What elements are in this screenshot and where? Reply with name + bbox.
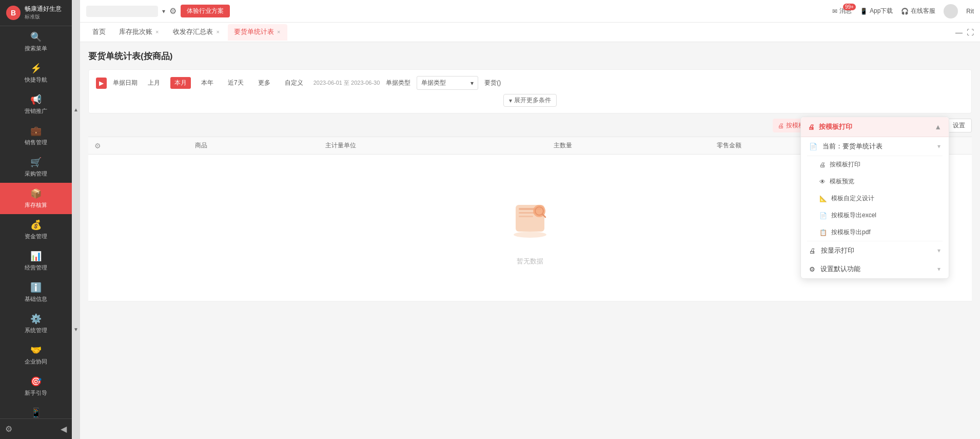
template-preview-item[interactable]: 👁 模板预览 — [801, 173, 949, 190]
app-download-link[interactable]: 📱 App下载 — [860, 7, 893, 15]
settings-btn[interactable]: 设置 — [946, 119, 972, 132]
sidebar-item-label: 营销推广 — [25, 107, 47, 115]
dropdown-close-btn[interactable]: ▲ — [934, 123, 942, 131]
tab-batch-label: 库存批次账 — [119, 27, 152, 36]
sidebar: B 畅康通好生意 标准版 🔍 搜索菜单 ⚡ 快捷导航 📢 营销推广 💼 销售管理… — [0, 0, 72, 439]
sidebar-item-operations[interactable]: 📊 经营管理 — [0, 245, 72, 277]
sidebar-item-appstore[interactable]: 📱 应用中心 — [0, 402, 72, 418]
sidebar-item-finance[interactable]: 💰 资金管理 — [0, 214, 72, 245]
message-count: 99+ — [843, 4, 856, 10]
tab-home[interactable]: 首页 — [86, 24, 112, 41]
sidebar-nav: 🔍 搜索菜单 ⚡ 快捷导航 📢 营销推广 💼 销售管理 🛒 采购管理 📦 库存核… — [0, 26, 72, 418]
app-download-label: App下载 — [870, 7, 893, 15]
tab-order-stats[interactable]: 要货单统计表 × — [228, 24, 287, 41]
order-type-label: 要货() — [484, 79, 501, 87]
export-excel-icon: 📄 — [819, 212, 827, 219]
template-design-item[interactable]: 📐 模板自定义设计 — [801, 190, 949, 207]
template-export-excel-item[interactable]: 📄 按模板导出excel — [801, 207, 949, 224]
type-select-value: 单据类型 — [421, 79, 446, 87]
svg-point-0 — [514, 232, 546, 238]
scroll-bar: ▲ ▼ — [72, 0, 80, 439]
sidebar-item-inventory[interactable]: 📦 库存核算 — [0, 183, 72, 214]
tab-batch[interactable]: 库存批次账 × — [113, 24, 166, 41]
last-7-days-btn[interactable]: 近7天 — [224, 77, 248, 89]
message-badge[interactable]: ✉ 消息 99+ — [832, 7, 852, 15]
page-content: 要货单统计表(按商品) ▶ 单据日期 上月 本月 本年 近7天 更多 自定义 2… — [80, 42, 980, 439]
sidebar-item-search[interactable]: 🔍 搜索菜单 — [0, 26, 72, 58]
avatar[interactable] — [944, 4, 958, 18]
system-icon: ⚙️ — [30, 313, 42, 325]
sidebar-item-quick-nav[interactable]: ⚡ 快捷导航 — [0, 58, 72, 89]
this-year-btn[interactable]: 本年 — [197, 77, 218, 89]
window-controls: — ⛶ — [955, 28, 974, 36]
current-template-icon: 📄 — [809, 143, 817, 150]
more-btn[interactable]: 更多 — [254, 77, 275, 89]
set-default-item[interactable]: ⚙ 设置默认功能 ▾ — [801, 260, 949, 278]
expand-more-btn[interactable]: ▾ 展开更多条件 — [503, 94, 557, 107]
tabbar: 首页 库存批次账 × 收发存汇总表 × 要货单统计表 × — ⛶ — [80, 23, 980, 42]
template-design-icon: 📐 — [819, 195, 827, 202]
set-default-label: 设置默认功能 — [820, 264, 860, 274]
sidebar-item-label: 基础信息 — [25, 295, 47, 303]
display-print-item[interactable]: 🖨 按显示打印 ▾ — [801, 241, 949, 260]
empty-text: 暂无数据 — [517, 257, 543, 266]
phone-icon: 📱 — [860, 8, 868, 15]
sidebar-item-system[interactable]: ⚙️ 系统管理 — [0, 308, 72, 339]
tab-batch-close[interactable]: × — [154, 29, 160, 35]
minimize-icon[interactable]: — — [955, 28, 963, 36]
maximize-icon[interactable]: ⛶ — [967, 28, 974, 36]
custom-btn[interactable]: 自定义 — [281, 77, 307, 89]
sidebar-item-purchase[interactable]: 🛒 采购管理 — [0, 151, 72, 183]
sidebar-item-sales[interactable]: 💼 销售管理 — [0, 120, 72, 151]
sidebar-item-newbie[interactable]: 🎯 新手引导 — [0, 371, 72, 402]
sidebar-item-label: 库存核算 — [25, 201, 47, 209]
tab-order-stats-label: 要货单统计表 — [234, 27, 274, 36]
display-print-arrow: ▾ — [937, 247, 940, 254]
quick-nav-icon: ⚡ — [30, 63, 42, 74]
gear-icon[interactable]: ⚙ — [169, 6, 177, 16]
promo-button[interactable]: 体验行业方案 — [181, 5, 230, 17]
username[interactable]: Rit — [966, 8, 974, 15]
current-template-arrow: ▾ — [937, 143, 940, 150]
appstore-icon: 📱 — [30, 407, 42, 418]
col-settings: ⚙ — [88, 137, 189, 155]
sidebar-item-collab[interactable]: 🤝 企业协同 — [0, 339, 72, 371]
col-product: 商品 — [189, 137, 319, 155]
online-service-link[interactable]: 🎧 在线客服 — [901, 7, 935, 15]
type-select[interactable]: 单据类型 ▾ — [417, 76, 478, 90]
set-default-arrow: ▾ — [937, 265, 940, 273]
col-qty: 主数量 — [547, 137, 711, 155]
tab-order-stats-close[interactable]: × — [276, 29, 281, 35]
template-print-item[interactable]: 🖨 按模板打印 — [801, 156, 949, 173]
template-export-pdf-item[interactable]: 📋 按模板导出pdf — [801, 224, 949, 241]
tab-home-label: 首页 — [92, 27, 106, 36]
sidebar-item-label: 采购管理 — [25, 170, 47, 178]
app-logo: B 畅康通好生意 标准版 — [0, 0, 72, 26]
sidebar-item-label: 新手引导 — [25, 389, 47, 397]
app-badge: 标准版 — [25, 13, 62, 21]
sidebar-item-marketing[interactable]: 📢 营销推广 — [0, 89, 72, 120]
display-print-icon: 🖨 — [809, 247, 816, 255]
set-default-icon: ⚙ — [809, 265, 815, 273]
tab-collection[interactable]: 收发存汇总表 × — [167, 24, 226, 41]
this-month-btn[interactable]: 本月 — [170, 77, 191, 89]
settings-icon[interactable]: ⚙ — [5, 424, 12, 434]
tab-collection-close[interactable]: × — [215, 29, 220, 35]
sidebar-item-basic[interactable]: ℹ️ 基础信息 — [0, 277, 72, 308]
template-preview-label: 模板预览 — [830, 177, 854, 186]
current-template-item[interactable]: 📄 当前：要货单统计表 ▾ — [801, 137, 949, 156]
main-area: ▾ ⚙ 体验行业方案 ✉ 消息 99+ 📱 App下载 🎧 在线客服 Rit 首… — [80, 0, 980, 439]
scroll-up-btn[interactable]: ▲ — [72, 0, 80, 220]
topbar-actions: ✉ 消息 99+ 📱 App下载 🎧 在线客服 Rit — [832, 4, 974, 18]
filter-expand-icon[interactable]: ▶ — [96, 78, 107, 89]
last-month-btn[interactable]: 上月 — [144, 77, 164, 89]
display-print-label: 按显示打印 — [821, 246, 854, 255]
topbar: ▾ ⚙ 体验行业方案 ✉ 消息 99+ 📱 App下载 🎧 在线客服 Rit — [80, 0, 980, 23]
sidebar-item-label: 系统管理 — [25, 327, 47, 334]
table-settings-icon[interactable]: ⚙ — [94, 142, 101, 150]
scroll-down-btn[interactable]: ▼ — [72, 220, 80, 440]
collapse-icon[interactable]: ◀ — [61, 424, 67, 434]
search-dropdown-btn[interactable]: ▾ — [162, 8, 165, 15]
search-input[interactable] — [86, 6, 158, 17]
sales-icon: 💼 — [30, 125, 42, 137]
